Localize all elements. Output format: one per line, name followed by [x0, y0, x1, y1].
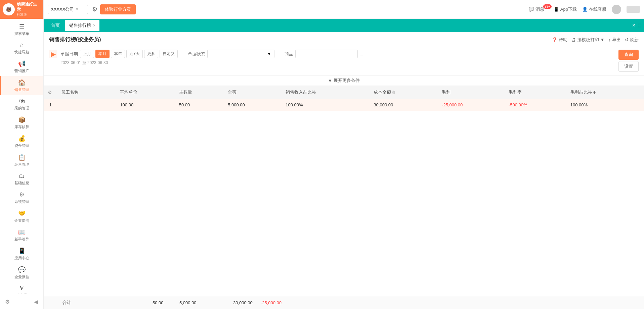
- column-settings-icon[interactable]: ⚙: [48, 90, 52, 95]
- window-maximize-icon[interactable]: □: [638, 22, 641, 29]
- sidebar-collapse-button[interactable]: ◀: [31, 297, 41, 306]
- filter-date-item: 单据日期 上月 本月 本年 近7天 更多 自定义: [60, 50, 178, 58]
- sidebar-item-purchase[interactable]: 🛍 采购管理: [0, 95, 43, 113]
- inventory-icon: 📦: [18, 116, 26, 123]
- logo-title: 畅康通好生意: [17, 2, 41, 12]
- finance-icon: 💰: [18, 135, 26, 142]
- cell-avg-price: 100.00: [116, 99, 175, 111]
- footer-cost: 30,000.00: [229, 300, 257, 305]
- sidebar-item-system[interactable]: ⚙ 系统管理: [0, 188, 43, 207]
- export-button[interactable]: ↑ 导出: [609, 37, 621, 43]
- message-icon: 💬: [529, 7, 534, 12]
- expand-more-button[interactable]: ▼ 展开更多条件: [328, 78, 360, 84]
- tab-home[interactable]: 首页: [46, 20, 65, 31]
- sidebar-item-search[interactable]: ☰ 搜索菜单: [0, 20, 43, 39]
- online-service-icon: 👤: [582, 7, 588, 12]
- logo-subtitle: 标准版: [17, 12, 41, 17]
- tab-sales-ranking[interactable]: 销售排行榜 ×: [65, 20, 99, 31]
- date-btn-more[interactable]: 更多: [144, 50, 158, 58]
- filter-row-1: ▶ 单据日期 上月 本月 本年 近7天 更多 自定义: [49, 50, 613, 58]
- sidebar-item-finance[interactable]: 💰 资金管理: [0, 132, 43, 151]
- sidebar-item-membership[interactable]: V 畅会员: [0, 282, 43, 294]
- sidebar: 🐻 畅康通好生意 标准版 ☰ 搜索菜单 ⌂ 快捷导航 📢 营销推广 🏠 销售管理…: [0, 0, 44, 309]
- operation-icon: 📋: [18, 154, 26, 161]
- page-title: 销售排行榜(按业务员): [49, 36, 101, 43]
- help-button[interactable]: ❓ 帮助: [552, 37, 567, 43]
- cell-rank: 1: [44, 99, 57, 111]
- sidebar-item-label: 搜索菜单: [14, 31, 29, 36]
- industry-solution-button[interactable]: 体验行业方案: [100, 4, 136, 14]
- avatar[interactable]: [612, 5, 621, 14]
- cell-gross-rate: -500.00%: [505, 99, 566, 111]
- filter-main: ▶ 单据日期 上月 本月 本年 近7天 更多 自定义: [49, 50, 613, 66]
- footer-quantity: 50.00: [148, 300, 175, 305]
- cell-sales-pct: 100.00%: [282, 99, 370, 111]
- sidebar-item-quick-nav[interactable]: ⌂ 快捷导航: [0, 39, 43, 57]
- status-dropdown-icon: ▼: [267, 51, 271, 56]
- goods-more-link[interactable]: ...: [360, 52, 363, 56]
- topbar-right: 💬 消息 99+ 📱 App下载 👤 在线客服: [529, 5, 640, 14]
- enterprise-wechat-icon: 💬: [18, 266, 26, 273]
- sidebar-item-app-center[interactable]: 📱 应用中心: [0, 245, 43, 263]
- basic-info-icon: 🗂: [19, 172, 25, 179]
- app-download-button[interactable]: 📱 App下载: [554, 6, 577, 12]
- settings-button[interactable]: 设置: [618, 61, 639, 72]
- sidebar-item-enterprise-collab[interactable]: 🤝 企业协同: [0, 207, 43, 226]
- export-icon: ↑: [609, 37, 611, 42]
- template-print-button[interactable]: 🖨 按模板打印 ▼: [571, 37, 605, 43]
- window-close-icon[interactable]: ×: [632, 22, 635, 29]
- topbar: XXXXX公司 ▼ ⚙ 体验行业方案 💬 消息 99+ 📱 App下载 👤 在线…: [44, 0, 644, 19]
- sidebar-item-enterprise-wechat[interactable]: 💬 企业微信: [0, 263, 43, 282]
- company-name: XXXXX公司: [51, 6, 74, 12]
- sidebar-item-inventory[interactable]: 📦 库存核算: [0, 113, 43, 132]
- sidebar-item-sales[interactable]: 🏠 销售管理: [0, 76, 43, 95]
- date-btn-7days[interactable]: 近7天: [126, 50, 143, 58]
- tab-sales-ranking-label: 销售排行榜: [69, 22, 91, 29]
- filter-date-range-row: 2023-06-01 至 2023-06-30: [49, 60, 613, 66]
- table-row: 1 100.00 50.00 5,000.00 100.00% 30,000.0…: [44, 99, 644, 111]
- date-btn-last-month[interactable]: 上月: [80, 50, 94, 58]
- cell-amount: 5,000.00: [224, 99, 282, 111]
- sidebar-item-beginner-guide[interactable]: 📖 新手引导: [0, 226, 43, 245]
- table-area: ⚙ 员工名称 平均单价 主数量 全额 销售收入占比% 成本全额 i 毛利 毛利率…: [44, 86, 644, 309]
- filter-collapse-button[interactable]: ▶: [49, 50, 57, 58]
- sidebar-item-basic-info[interactable]: 🗂 基础信息: [0, 170, 43, 188]
- filter-row-wrapper: ▶ 单据日期 上月 本月 本年 近7天 更多 自定义: [49, 50, 639, 72]
- table-header-row: ⚙ 员工名称 平均单价 主数量 全额 销售收入占比% 成本全额 i 毛利 毛利率…: [44, 86, 644, 99]
- sidebar-footer: ⚙ ◀: [0, 294, 43, 309]
- cell-name: [57, 99, 116, 111]
- page-content: 销售排行榜(按业务员) ❓ 帮助 🖨 按模板打印 ▼ ↑ 导出 ↺ 刷新: [44, 32, 644, 309]
- sidebar-item-marketing[interactable]: 📢 营销推广: [0, 57, 43, 76]
- sidebar-item-operation[interactable]: 📋 经营管理: [0, 151, 43, 170]
- online-service-button[interactable]: 👤 在线客服: [582, 6, 606, 12]
- cell-gross-pct: 100.00%: [566, 99, 644, 111]
- refresh-button[interactable]: ↺ 刷新: [625, 37, 639, 43]
- tab-close-button[interactable]: ×: [93, 23, 95, 28]
- date-btn-this-month[interactable]: 本月: [95, 50, 110, 58]
- th-gross: 毛利: [438, 86, 505, 99]
- topbar-settings-icon[interactable]: ⚙: [92, 6, 97, 13]
- help-icon: ❓: [552, 37, 557, 42]
- sales-icon: 🏠: [18, 79, 26, 86]
- filter-goods-item: 商品 ...: [285, 50, 363, 58]
- filter-action-buttons: 查询 设置: [616, 50, 639, 72]
- page-header: 销售排行榜(按业务员) ❓ 帮助 🖨 按模板打印 ▼ ↑ 导出 ↺ 刷新: [44, 32, 644, 46]
- filter-expand-bar: ▼ 展开更多条件: [44, 75, 644, 86]
- table-footer: 合计 50.00 5,000.00 30,000.00 -25,000.00: [44, 296, 644, 309]
- th-sales-pct: 销售收入占比%: [282, 86, 370, 99]
- query-button[interactable]: 查询: [618, 50, 639, 60]
- th-settings[interactable]: ⚙: [44, 86, 57, 99]
- sidebar-settings-button[interactable]: ⚙: [3, 297, 12, 306]
- goods-input[interactable]: [295, 50, 358, 58]
- sidebar-logo: 🐻 畅康通好生意 标准版: [0, 0, 43, 19]
- message-button[interactable]: 💬 消息 99+: [529, 6, 548, 12]
- date-btn-this-year[interactable]: 本年: [111, 50, 125, 58]
- app-center-icon: 📱: [18, 247, 26, 255]
- company-selector[interactable]: XXXXX公司 ▼: [48, 5, 88, 14]
- cell-gross: -25,000.00: [438, 99, 505, 111]
- status-select[interactable]: ▼: [207, 50, 274, 58]
- th-gross-rate: 毛利率: [505, 86, 566, 99]
- status-label: 单据状态: [188, 51, 205, 57]
- date-btn-custom[interactable]: 自定义: [160, 50, 178, 58]
- th-cost: 成本全额 i: [370, 86, 438, 99]
